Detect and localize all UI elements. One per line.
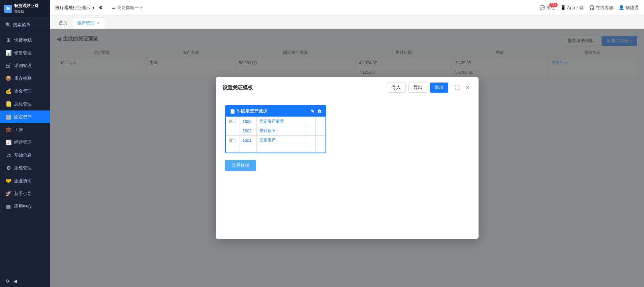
sidebar-item-inventory[interactable]: 📦 库存核算 bbox=[0, 72, 50, 85]
sidebar-item-payroll[interactable]: 💼 工资 bbox=[0, 123, 50, 136]
entry-name: 固定资产清理 bbox=[256, 117, 306, 126]
sidebar-item-label: 新手引导 bbox=[14, 191, 32, 197]
sidebar-nav: ⊞ 快捷导航 📊 销售管理 🛒 采购管理 📦 库存核算 💰 资金管理 📒 总账管… bbox=[0, 32, 50, 275]
sidebar-item-system[interactable]: ⚙ 系统管理 bbox=[0, 162, 50, 174]
download-icon: 📱 bbox=[560, 5, 566, 10]
sidebar-item-label: 工资 bbox=[14, 127, 23, 133]
sidebar-item-label: 总账管理 bbox=[14, 101, 32, 107]
sidebar-item-fixed-assets[interactable]: 🏢 固定资产 bbox=[0, 110, 50, 123]
tab-home[interactable]: 首页 bbox=[54, 17, 72, 29]
sidebar-item-label: 采购管理 bbox=[14, 63, 32, 69]
settings-gear-icon[interactable]: ⚙ bbox=[99, 5, 103, 10]
sidebar-logo: 畅 畅捷通好业财 普及版 bbox=[0, 0, 50, 18]
close-icon[interactable]: ✕ bbox=[464, 84, 472, 92]
dialog-title: 设置凭证模板 bbox=[222, 85, 253, 91]
logo-icon: 畅 bbox=[4, 5, 12, 13]
tab-close-icon[interactable]: ✕ bbox=[97, 21, 100, 26]
entry-debit bbox=[306, 117, 316, 126]
dialog-top-actions: 导入 导出 新增 bbox=[387, 83, 448, 93]
template-card-header: 📄 5-固定资产减少 ✎ 🗑 bbox=[226, 106, 326, 117]
sidebar-item-quick-nav[interactable]: ⊞ 快捷导航 bbox=[0, 34, 50, 46]
topbar-right: 💬 消息 99+ 📱 App下载 🎧 在线客服 👤 畅捷通 bbox=[540, 5, 639, 11]
tab-home-label: 首页 bbox=[59, 20, 67, 26]
user-avatar[interactable]: 👤 畅捷通 bbox=[619, 5, 639, 11]
guide-icon: 🚀 bbox=[5, 191, 11, 197]
sidebar-item-operations[interactable]: 📈 经营管理 bbox=[0, 136, 50, 149]
entry-name: 固定资产 bbox=[256, 136, 306, 145]
sidebar-item-label: 库存核算 bbox=[14, 75, 32, 82]
cloud-experience[interactable]: ☁ 我要体验一下 bbox=[111, 5, 143, 11]
import-button[interactable]: 导入 bbox=[387, 83, 406, 93]
content-area: ◀ 生成的凭证预览 批量调整模板 全部生成凭证 变动类型 资产名称 固定资产原值… bbox=[50, 29, 644, 287]
search-icon: 🔍 bbox=[5, 22, 11, 27]
template-file-icon: 📄 bbox=[230, 109, 235, 114]
payroll-icon: 💼 bbox=[5, 127, 11, 133]
modal-overlay: 设置凭证模板 导入 导出 新增 ⛶ ✕ bbox=[50, 29, 644, 287]
sidebar-item-enterprise[interactable]: 🤝 企业协同 bbox=[0, 174, 50, 187]
entry-code: 1601 bbox=[240, 136, 256, 145]
user-label: 畅捷通 bbox=[625, 5, 639, 11]
dialog-body: 📄 5-固定资产减少 ✎ 🗑 借： bbox=[216, 97, 479, 239]
company-name: 医疗器械行业演示 bbox=[55, 5, 90, 11]
template-empty-row bbox=[226, 145, 325, 153]
entry-code: 1602 bbox=[240, 126, 256, 136]
online-service-label: 在线客服 bbox=[596, 5, 613, 11]
app-name: 畅捷通好业财 bbox=[14, 3, 38, 9]
inventory-icon: 📦 bbox=[5, 75, 11, 82]
tab-asset-management[interactable]: 资产管理 ✕ bbox=[72, 17, 105, 29]
sidebar-item-label: 销售管理 bbox=[14, 50, 32, 56]
template-delete-icon[interactable]: 🗑 bbox=[317, 109, 321, 114]
finance-icon: 💰 bbox=[5, 88, 11, 94]
export-button[interactable]: 导出 bbox=[408, 83, 427, 93]
online-service-button[interactable]: 🎧 在线客服 bbox=[589, 5, 613, 11]
entry-direction bbox=[226, 126, 240, 136]
system-icon: ⚙ bbox=[5, 165, 11, 171]
sidebar-item-basic-info[interactable]: 🗂 基础信息 bbox=[0, 149, 50, 162]
search-menu-label: 搜索菜单 bbox=[13, 22, 30, 28]
sidebar-search-section: 🔍 搜索菜单 bbox=[0, 18, 50, 32]
template-entry-row: 1602 累计折旧 bbox=[226, 126, 325, 136]
app-center-icon: ▦ bbox=[5, 203, 11, 210]
dialog-set-template: 设置凭证模板 导入 导出 新增 ⛶ ✕ bbox=[216, 77, 479, 239]
sidebar-item-label: 基础信息 bbox=[14, 152, 32, 158]
sidebar: 畅 畅捷通好业财 普及版 🔍 搜索菜单 ⊞ 快捷导航 📊 销售管理 🛒 采购管理… bbox=[0, 0, 50, 287]
sidebar-item-app-center[interactable]: ▦ 应用中心 bbox=[0, 200, 50, 213]
user-icon: 👤 bbox=[619, 5, 624, 10]
search-menu-button[interactable]: 🔍 搜索菜单 bbox=[3, 21, 47, 29]
sidebar-item-sales[interactable]: 📊 销售管理 bbox=[0, 46, 50, 59]
entry-debit bbox=[306, 136, 316, 145]
template-card: 📄 5-固定资产减少 ✎ 🗑 借： bbox=[225, 105, 326, 153]
tabbar: 首页 资产管理 ✕ bbox=[50, 15, 644, 29]
sidebar-item-label: 应用中心 bbox=[14, 203, 32, 210]
topbar-divider bbox=[107, 4, 107, 11]
sidebar-item-label: 企业协同 bbox=[14, 178, 32, 184]
service-icon: 🎧 bbox=[589, 5, 594, 10]
sidebar-item-label: 经营管理 bbox=[14, 139, 32, 146]
entry-credit bbox=[316, 126, 325, 136]
template-entries-table: 借： 1606 固定资产清理 1602 累计折旧 bbox=[226, 117, 326, 153]
sales-icon: 📊 bbox=[5, 50, 11, 56]
main-area: 医疗器械行业演示 ▾ ⚙ ☁ 我要体验一下 💬 消息 99+ 📱 App下载 🎧… bbox=[50, 0, 644, 287]
settings-icon[interactable]: ⚙ bbox=[5, 279, 9, 284]
topbar: 医疗器械行业演示 ▾ ⚙ ☁ 我要体验一下 💬 消息 99+ 📱 App下载 🎧… bbox=[50, 0, 644, 15]
messages-button[interactable]: 💬 消息 99+ bbox=[540, 5, 555, 11]
entry-debit bbox=[306, 126, 316, 136]
sidebar-item-label: 快捷导航 bbox=[14, 37, 32, 43]
template-edit-icon[interactable]: ✎ bbox=[311, 109, 314, 114]
sidebar-item-guide[interactable]: 🚀 新手引导 bbox=[0, 187, 50, 200]
company-selector[interactable]: 医疗器械行业演示 ▾ bbox=[55, 5, 95, 11]
messages-badge: 99+ bbox=[549, 3, 558, 7]
enterprise-icon: 🤝 bbox=[5, 178, 11, 184]
sidebar-item-finance[interactable]: 💰 资金管理 bbox=[0, 85, 50, 98]
new-template-button[interactable]: 新增 bbox=[430, 83, 448, 93]
chevron-down-icon: ▾ bbox=[92, 5, 95, 10]
app-download-button[interactable]: 📱 App下载 bbox=[560, 5, 584, 11]
sidebar-item-ledger[interactable]: 📒 总账管理 bbox=[0, 98, 50, 110]
template-entry-row: 借： 1606 固定资产清理 bbox=[226, 117, 325, 126]
tab-asset-label: 资产管理 bbox=[77, 20, 95, 26]
sidebar-item-label: 系统管理 bbox=[14, 165, 32, 171]
sidebar-item-purchase[interactable]: 🛒 采购管理 bbox=[0, 59, 50, 72]
collapse-icon[interactable]: ◀ bbox=[13, 279, 17, 284]
select-template-button[interactable]: 选择模板 bbox=[225, 160, 256, 171]
resize-icon[interactable]: ⛶ bbox=[455, 85, 460, 90]
